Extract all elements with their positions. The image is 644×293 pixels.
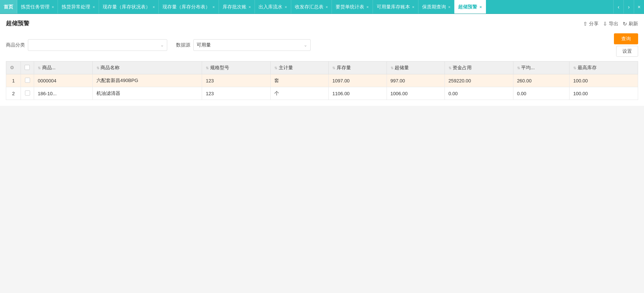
nav-tab-close-flow[interactable]: × bbox=[285, 5, 287, 9]
cell-capital-0: 259220.00 bbox=[444, 74, 513, 87]
th-product-code[interactable]: ⇅ 商品... bbox=[34, 62, 93, 74]
share-button[interactable]: ⇧ 分享 bbox=[583, 21, 599, 27]
nav-prev-btn[interactable]: ‹ bbox=[613, 0, 623, 14]
select-all-checkbox[interactable] bbox=[25, 65, 30, 70]
category-select-arrow-icon: ⌄ bbox=[160, 42, 164, 48]
th-settings: ⚙ bbox=[6, 62, 21, 74]
cell-max_stock-0: 100.00 bbox=[570, 74, 638, 87]
th-product-name[interactable]: ⇅ 商品名称 bbox=[92, 62, 202, 74]
nav-next-btn[interactable]: › bbox=[623, 0, 634, 14]
nav-tab-available[interactable]: 可用量库存账本× bbox=[373, 0, 418, 14]
nav-tab-close-exception[interactable]: × bbox=[92, 5, 95, 9]
table-settings-icon[interactable]: ⚙ bbox=[10, 65, 16, 71]
th-sort-icon: ⇅ bbox=[449, 66, 451, 70]
data-table: ⚙ ⇅ 商品... ⇅ 商品名称 ⇅ 规格型号 ⇅ bbox=[6, 61, 638, 100]
category-label: 商品分类 bbox=[6, 42, 25, 48]
cell-avg-0: 260.00 bbox=[513, 74, 569, 87]
th-unit[interactable]: ⇅ 主计量 bbox=[271, 62, 329, 74]
table-header-row: ⚙ ⇅ 商品... ⇅ 商品名称 ⇅ 规格型号 ⇅ bbox=[6, 62, 638, 74]
nav-tab-close-inventory-dist[interactable]: × bbox=[212, 5, 215, 9]
cell-unit-0: 套 bbox=[271, 74, 329, 87]
th-sort-icon: ⇅ bbox=[274, 66, 277, 70]
nav-tab-expiry[interactable]: 保质期查询× bbox=[418, 0, 454, 14]
nav-tab-overstock[interactable]: 超储预警× bbox=[454, 0, 486, 14]
nav-tab-task-mgmt[interactable]: 拣货任务管理× bbox=[17, 0, 58, 14]
settings-button[interactable]: 设置 bbox=[616, 46, 638, 57]
datasource-filter-group: 数据源 可用量 ⌄ bbox=[176, 39, 311, 51]
row-checkbox-1[interactable] bbox=[25, 90, 30, 96]
nav-tab-close-available[interactable]: × bbox=[412, 5, 414, 9]
cell-product_code-0: 0000004 bbox=[34, 74, 93, 87]
cell-product_name-1: 机油滤清器 bbox=[92, 87, 202, 100]
header-actions: ⇧ 分享 ⇩ 导出 ↻ 刷新 bbox=[583, 21, 638, 27]
refresh-icon: ↻ bbox=[623, 21, 627, 27]
th-max-stock[interactable]: ⇅ 最高库存 bbox=[570, 62, 638, 74]
th-sort-icon: ⇅ bbox=[517, 66, 520, 70]
th-capital[interactable]: ⇅ 资金占用 bbox=[444, 62, 513, 74]
share-icon: ⇧ bbox=[583, 21, 588, 27]
cell-stock-0: 1097.00 bbox=[329, 74, 387, 87]
cell-max_stock-1: 100.00 bbox=[570, 87, 638, 100]
nav-tab-close-expiry[interactable]: × bbox=[448, 5, 450, 9]
row-checkbox-cell-0 bbox=[21, 74, 34, 87]
table-body: 10000004六配套新昌490BPG123套1097.00997.002592… bbox=[6, 74, 638, 100]
row-number-1: 2 bbox=[6, 87, 21, 100]
nav-tab-close-summary[interactable]: × bbox=[326, 5, 328, 9]
th-sort-icon: ⇅ bbox=[96, 66, 99, 70]
nav-tab-close-batch[interactable]: × bbox=[249, 5, 251, 9]
export-button[interactable]: ⇩ 导出 bbox=[603, 21, 618, 27]
category-filter-group: 商品分类 ⌄ bbox=[6, 39, 167, 51]
refresh-button[interactable]: ↻ 刷新 bbox=[623, 21, 638, 27]
query-button[interactable]: 查询 bbox=[614, 33, 638, 44]
cell-overstock-1: 1006.00 bbox=[387, 87, 444, 100]
table-row: 2186-10...机油滤清器123个1106.001006.000.000.0… bbox=[6, 87, 638, 100]
cell-overstock-0: 997.00 bbox=[387, 74, 444, 87]
cell-stock-1: 1106.00 bbox=[329, 87, 387, 100]
datasource-select[interactable]: 可用量 ⌄ bbox=[193, 39, 311, 51]
filter-row: 商品分类 ⌄ 数据源 可用量 ⌄ 查询 设置 bbox=[6, 33, 638, 57]
nav-tab-summary[interactable]: 收发存汇总表× bbox=[291, 0, 332, 14]
category-select[interactable]: ⌄ bbox=[28, 39, 167, 51]
th-avg[interactable]: ⇅ 平均... bbox=[513, 62, 569, 74]
th-sort-icon: ⇅ bbox=[332, 66, 335, 70]
th-sort-icon: ⇅ bbox=[38, 66, 41, 70]
th-sort-icon: ⇅ bbox=[206, 66, 209, 70]
page-title: 超储预警 bbox=[6, 20, 29, 27]
nav-tab-close-order-stat[interactable]: × bbox=[366, 5, 369, 9]
th-stock[interactable]: ⇅ 库存量 bbox=[329, 62, 387, 74]
datasource-select-value: 可用量 bbox=[197, 42, 211, 48]
filter-buttons: 查询 设置 bbox=[614, 33, 638, 57]
cell-capital-1: 0.00 bbox=[444, 87, 513, 100]
cell-product_code-1: 186-10... bbox=[34, 87, 93, 100]
row-checkbox-cell-1 bbox=[21, 87, 34, 100]
nav-tab-flow[interactable]: 出入库流水× bbox=[255, 0, 291, 14]
th-checkbox bbox=[21, 62, 34, 74]
nav-tab-home[interactable]: 首页 bbox=[0, 0, 17, 14]
nav-tab-order-stat[interactable]: 要货单统计表× bbox=[332, 0, 373, 14]
row-number-0: 1 bbox=[6, 74, 21, 87]
nav-tab-batch[interactable]: 库存批次账× bbox=[219, 0, 255, 14]
cell-unit-1: 个 bbox=[271, 87, 329, 100]
datasource-select-arrow-icon: ⌄ bbox=[304, 42, 307, 48]
nav-tab-close-overstock[interactable]: × bbox=[479, 5, 482, 9]
page-content: 超储预警 ⇧ 分享 ⇩ 导出 ↻ 刷新 商品分类 ⌄ 数据源 bbox=[0, 14, 644, 106]
nav-tab-exception[interactable]: 拣货异常处理× bbox=[58, 0, 99, 14]
nav-tab-close-inventory-status[interactable]: × bbox=[153, 5, 155, 9]
nav-arrows: ‹ › × bbox=[613, 0, 644, 14]
nav-tab-close-task-mgmt[interactable]: × bbox=[52, 5, 54, 9]
top-nav: 首页拣货任务管理×拣货异常处理×现存量（库存状况表）×现存量（库存分布表）×库存… bbox=[0, 0, 644, 14]
th-spec[interactable]: ⇅ 规格型号 bbox=[202, 62, 271, 74]
cell-spec-1: 123 bbox=[202, 87, 271, 100]
cell-product_name-0: 六配套新昌490BPG bbox=[92, 74, 202, 87]
row-checkbox-0[interactable] bbox=[25, 78, 30, 83]
th-sort-icon: ⇅ bbox=[391, 66, 394, 70]
page-header: 超储预警 ⇧ 分享 ⇩ 导出 ↻ 刷新 bbox=[6, 20, 638, 27]
cell-spec-0: 123 bbox=[202, 74, 271, 87]
nav-close-all-btn[interactable]: × bbox=[634, 0, 644, 14]
th-overstock[interactable]: ⇅ 超储量 bbox=[387, 62, 444, 74]
table-header: ⚙ ⇅ 商品... ⇅ 商品名称 ⇅ 规格型号 ⇅ bbox=[6, 62, 638, 74]
cell-avg-1: 0.00 bbox=[513, 87, 569, 100]
th-sort-icon: ⇅ bbox=[573, 66, 576, 70]
nav-tab-inventory-status[interactable]: 现存量（库存状况表）× bbox=[99, 0, 159, 14]
nav-tab-inventory-dist[interactable]: 现存量（库存分布表）× bbox=[159, 0, 219, 14]
